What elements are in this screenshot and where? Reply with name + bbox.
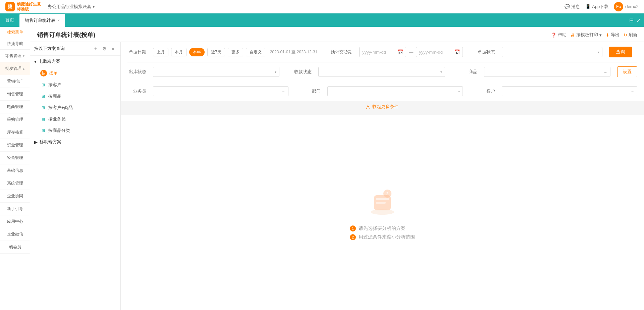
- user-avatar-area[interactable]: Ea demo2: [614, 2, 639, 11]
- forecast-start-date[interactable]: yyyy-mm-dd 📅: [359, 47, 406, 57]
- forecast-date-label: 预计交货期: [331, 49, 353, 55]
- logo-icon: 捷: [5, 2, 15, 11]
- sidebar-search[interactable]: 搜索菜单: [0, 27, 30, 38]
- calendar-start-icon[interactable]: 📅: [397, 49, 403, 55]
- settings-scheme-btn[interactable]: ⚙: [101, 45, 108, 52]
- product-dots-icon[interactable]: ···: [604, 69, 607, 74]
- tree-mobile-expand-icon: ▶: [34, 140, 38, 145]
- tree-section-mobile: ▶ 移动端方案: [30, 136, 120, 148]
- tab-bar: 首页 销售订单统计表 × ⊟ ⤢: [0, 13, 644, 27]
- dept-label: 部门: [302, 88, 321, 94]
- tree-section-pc: ▾ 电脑端方案: [30, 56, 120, 67]
- collapse-panel-btn[interactable]: «: [110, 45, 116, 52]
- date-btn-thismonth[interactable]: 本月: [171, 48, 186, 56]
- product-select[interactable]: ···: [484, 67, 610, 77]
- app-title-dropdown[interactable]: 办公用品行业模拟账套 ▾: [48, 4, 95, 10]
- tab-expand-icon[interactable]: ⤢: [636, 17, 641, 23]
- retail-arrow-icon: ▾: [23, 54, 24, 58]
- add-scheme-btn[interactable]: ＋: [92, 45, 99, 52]
- payment-chevron-icon: ▾: [440, 70, 442, 74]
- salesman-label: 业务员: [127, 88, 146, 94]
- tab-bar-actions: ⊟ ⤢: [629, 17, 644, 23]
- tree-item-by-product[interactable]: ⊞ 按商品: [30, 91, 120, 102]
- date-btn-custom[interactable]: 自定义: [246, 48, 265, 56]
- forecast-date-group: yyyy-mm-dd 📅 — yyyy-mm-dd 📅: [359, 47, 463, 57]
- sidebar-item-wechat[interactable]: 企业微信: [0, 228, 30, 241]
- settings-btn[interactable]: 设置: [617, 66, 637, 77]
- tree-item-by-category[interactable]: ⊞ 按商品分类: [30, 125, 120, 136]
- date-btn-more[interactable]: 更多: [228, 48, 243, 56]
- dept-chevron-icon: ▾: [458, 90, 460, 93]
- help-btn[interactable]: ❓ 帮助: [551, 32, 567, 38]
- date-btn-lastmonth[interactable]: 上月: [153, 48, 168, 56]
- svg-rect-2: [376, 198, 389, 200]
- export-btn[interactable]: ⬇ 导出: [606, 32, 620, 38]
- sidebar-item-ecommerce[interactable]: 电商管理: [0, 101, 30, 113]
- filter-divider: [127, 62, 637, 62]
- print-btn[interactable]: 🖨 按模板打印 ▾: [571, 32, 602, 38]
- product-label: 商品: [459, 69, 477, 75]
- refresh-btn[interactable]: ↻ 刷新: [624, 32, 637, 38]
- date-btn-last7days[interactable]: 近7天: [207, 48, 225, 56]
- sidebar-item-inventory[interactable]: 库存核算: [0, 126, 30, 139]
- left-panel-header: 按以下方案查询 ＋ ⚙ «: [30, 42, 120, 56]
- tab-close-btn[interactable]: ×: [57, 18, 60, 23]
- tree-item-by-customer[interactable]: ⊞ 按客户: [30, 79, 120, 91]
- tip-num-2: 2: [350, 234, 356, 240]
- sidebar-item-finance[interactable]: 资金管理: [0, 139, 30, 152]
- sidebar-item-system[interactable]: 系统管理: [0, 177, 30, 190]
- sidebar-item-basics[interactable]: 基础信息: [0, 164, 30, 177]
- payment-status-select[interactable]: ▾: [318, 67, 445, 77]
- tree-item-by-customer-product[interactable]: ⊞ 按客户+商品: [30, 102, 120, 113]
- salesman-dots-icon[interactable]: ···: [282, 89, 285, 94]
- top-bar-right: 💬 消息 📱 App下载 Ea demo2: [565, 2, 639, 11]
- tree-item-by-order[interactable]: 按 按单: [30, 67, 120, 79]
- customer-select[interactable]: ···: [502, 86, 637, 96]
- tip-num-1: 1: [350, 225, 356, 231]
- tab-sales-order[interactable]: 销售订单统计表 ×: [19, 14, 65, 27]
- sidebar-quick-nav[interactable]: 快捷导航: [0, 38, 30, 50]
- salesman-select[interactable]: ···: [153, 86, 288, 96]
- empty-tips: 1 请先选择要分析的方案 2 用过滤条件来缩小分析范围: [350, 225, 415, 240]
- filter-row-date: 单据日期 上月 本月 本年 近7天 更多 自定义 2023-01-01 至 20…: [127, 47, 637, 57]
- sidebar-item-retail[interactable]: 零售管理▾: [0, 50, 30, 62]
- collapse-more-btn[interactable]: ⋀ 收起更多条件: [121, 101, 644, 112]
- sidebar-item-marketing[interactable]: 营销推广: [0, 75, 30, 88]
- forecast-end-date[interactable]: yyyy-mm-dd 📅: [416, 47, 463, 57]
- sidebar-item-appcenter[interactable]: 应用中心: [0, 215, 30, 228]
- customer-dots-icon[interactable]: ···: [631, 89, 634, 94]
- filter-row-status: 出库状态 ▾ 收款状态 ▾ 商品 ···: [127, 66, 637, 77]
- sidebar-item-enterprise[interactable]: 企业协同: [0, 190, 30, 203]
- query-btn[interactable]: 查询: [609, 47, 632, 57]
- app-download-btn[interactable]: 📱 App下载: [585, 4, 608, 10]
- main-layout: 搜索菜单 快捷导航 零售管理▾ 批发管理▴ 营销推广 销售管理 电商管理 采购管…: [0, 27, 644, 310]
- wholesale-arrow-icon: ▴: [23, 67, 24, 70]
- top-bar-left: 捷 畅捷通好生意标准版 办公用品行业模拟账套 ▾: [5, 2, 95, 11]
- delivery-status-select[interactable]: ▾: [153, 67, 279, 77]
- svg-text:?: ?: [385, 191, 388, 196]
- product-icon: ⊞: [40, 93, 46, 99]
- tree-item-by-salesman[interactable]: ▦ 按业务员: [30, 113, 120, 125]
- sidebar-item-purchase[interactable]: 采购管理: [0, 113, 30, 126]
- delivery-status-label: 出库状态: [127, 69, 146, 75]
- active-badge: 按: [40, 70, 47, 76]
- sidebar-item-newuser[interactable]: 新手引导: [0, 203, 30, 215]
- dept-select[interactable]: ▾: [327, 86, 463, 96]
- print-icon: 🖨: [571, 33, 575, 38]
- empty-state: ? 1 请先选择要分析的方案 2 用过滤条件来缩小分析范围: [121, 115, 644, 310]
- tab-minimize-icon[interactable]: ⊟: [629, 17, 634, 23]
- empty-tip-2: 2 用过滤条件来缩小分析范围: [350, 234, 415, 240]
- salesman-icon: ▦: [40, 116, 46, 122]
- message-btn[interactable]: 💬 消息: [565, 4, 580, 10]
- sidebar-item-wholesale[interactable]: 批发管理▴: [0, 62, 30, 75]
- sidebar-item-operations[interactable]: 经营管理: [0, 152, 30, 164]
- empty-illustration: ?: [366, 185, 399, 219]
- sidebar-item-member[interactable]: 畅会员: [0, 241, 30, 254]
- sidebar-item-sales[interactable]: 销售管理: [0, 88, 30, 101]
- tab-home[interactable]: 首页: [0, 13, 19, 27]
- doc-status-select[interactable]: ▾: [502, 47, 602, 57]
- logo-area: 捷 畅捷通好生意标准版: [5, 2, 41, 11]
- left-panel: 按以下方案查询 ＋ ⚙ « ▾ 电脑端方案 按 按单: [30, 42, 121, 310]
- date-btn-thisyear[interactable]: 本年: [189, 48, 205, 56]
- calendar-end-icon[interactable]: 📅: [454, 49, 460, 55]
